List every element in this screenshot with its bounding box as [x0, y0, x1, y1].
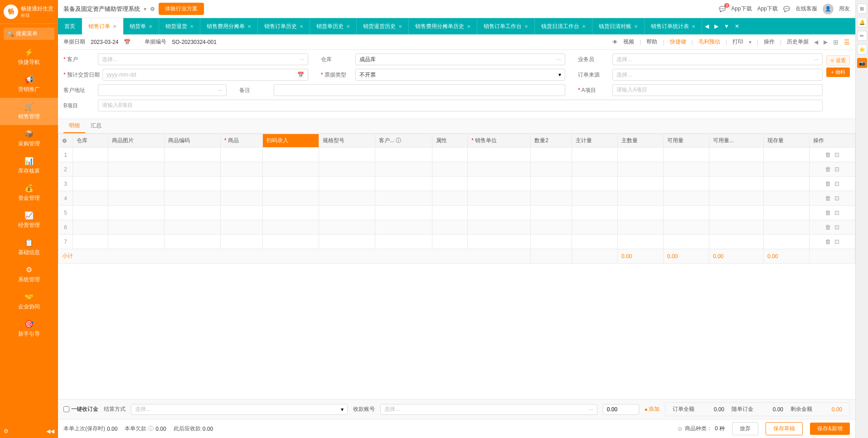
tab-close-icon[interactable]: ✕: [524, 24, 528, 29]
account-dots-icon[interactable]: ···: [589, 406, 593, 413]
tab-return-history[interactable]: 销货退货历史 ✕: [357, 18, 409, 34]
panel-icon-4[interactable]: ⭐: [857, 44, 867, 54]
sidebar-item-marketing[interactable]: 📢 营销推广: [0, 71, 58, 98]
print-arrow-icon[interactable]: ▾: [749, 39, 752, 45]
cell-warehouse[interactable]: [73, 148, 108, 162]
copy-row-button[interactable]: ⊡: [834, 223, 840, 231]
warehouse-input[interactable]: 成品库 ···: [355, 53, 566, 65]
panel-icon-1[interactable]: ⊞: [857, 4, 867, 14]
dropdown-arrow-icon[interactable]: ▾: [144, 6, 146, 12]
tab-nav-menu[interactable]: ▼: [721, 18, 732, 34]
tab-close-icon[interactable]: ✕: [582, 24, 586, 29]
operate-label[interactable]: 操作: [764, 38, 775, 46]
print-label[interactable]: 打印: [732, 38, 743, 46]
cell-spec[interactable]: [319, 148, 375, 162]
view-list-icon[interactable]: ☰: [844, 39, 850, 46]
app-download-label[interactable]: App下载: [757, 5, 778, 13]
invoice-dropdown-icon[interactable]: ▾: [558, 72, 561, 78]
gear-icon[interactable]: ⚙: [4, 428, 9, 434]
cell-scan[interactable]: [263, 148, 319, 162]
tab-close-icon[interactable]: ✕: [113, 24, 116, 29]
col-product[interactable]: 商品: [220, 134, 262, 148]
remark-input[interactable]: [274, 84, 566, 96]
b-project-input[interactable]: 请输入B项目: [98, 100, 823, 111]
sidebar-item-basic-info[interactable]: 📋 基础信息: [0, 234, 58, 261]
cell-code[interactable]: [164, 148, 220, 162]
tab-sales-expense[interactable]: 销售费用分摊单 ✕: [200, 18, 258, 34]
tab-nav-prev[interactable]: ◀: [702, 18, 712, 34]
search-area[interactable]: 🔍 搜索菜单: [0, 24, 58, 43]
panel-icon-3[interactable]: ✏: [857, 31, 867, 41]
delete-row-button[interactable]: 🗑: [824, 179, 832, 188]
save-draft-button[interactable]: 保存草稿: [766, 422, 803, 435]
tab-order-stats[interactable]: 销售订单统计表 ✕: [645, 18, 702, 34]
help-label[interactable]: 帮助: [646, 38, 657, 46]
product-count-icon[interactable]: ⊙: [678, 426, 682, 432]
sidebar-item-shortcut[interactable]: ⚡ 快捷导航: [0, 43, 58, 71]
amount-input[interactable]: [603, 404, 639, 415]
salesperson-input[interactable]: 选择... ···: [612, 53, 823, 65]
copy-row-button[interactable]: ⊡: [834, 208, 840, 217]
auto-settle-check[interactable]: [63, 406, 69, 412]
table-scroll-area[interactable]: ⚙ 仓库 商品图片 商品编码 商品 扫码录入 规格型号 客户... ⓘ 属性 销…: [58, 134, 855, 399]
cell-main-qty[interactable]: [618, 148, 664, 162]
solution-button[interactable]: 体验行业方案: [159, 3, 204, 15]
tab-summary[interactable]: 汇总: [85, 119, 107, 133]
cell-available[interactable]: [663, 148, 709, 162]
view-grid-icon[interactable]: ⊞: [833, 39, 839, 46]
delete-row-button[interactable]: 🗑: [824, 150, 832, 159]
settings-icon[interactable]: ⚙: [150, 6, 155, 12]
history-prev-icon[interactable]: ◀: [814, 39, 818, 45]
addr-more-icon[interactable]: ···: [218, 87, 223, 93]
tab-close-icon[interactable]: ✕: [346, 24, 350, 29]
delete-row-button[interactable]: 🗑: [824, 208, 832, 217]
col-unit[interactable]: 销售单位: [468, 134, 531, 148]
setting-button[interactable]: ⊙ 设置: [826, 55, 850, 66]
tab-sales-order[interactable]: 销售订单 ✕: [82, 18, 123, 34]
tab-order-history[interactable]: 销售订单历史 ✕: [258, 18, 310, 34]
copy-row-button[interactable]: ⊡: [834, 237, 840, 246]
tab-home[interactable]: 首页: [58, 18, 82, 34]
tab-expense-history[interactable]: 销售费用分摊单历史 ✕: [409, 18, 477, 34]
col-code[interactable]: 商品编码: [164, 134, 220, 148]
auto-settle-checkbox[interactable]: 一键收订金: [63, 405, 98, 413]
cell-available2[interactable]: [709, 148, 763, 162]
delete-row-button[interactable]: 🗑: [824, 165, 832, 173]
sidebar-item-management[interactable]: 📈 经营管理: [0, 207, 58, 234]
col-main-unit[interactable]: 主计量: [572, 134, 618, 148]
col-stock[interactable]: 现存量: [763, 134, 809, 148]
panel-icon-2[interactable]: 🔔: [857, 17, 867, 27]
tab-close-icon[interactable]: ✕: [300, 24, 303, 29]
history-label[interactable]: 历史单据: [787, 38, 809, 46]
online-service-label[interactable]: 在线客服: [795, 5, 817, 13]
online-service-link[interactable]: 💬: [783, 6, 790, 12]
tab-daily-clear-workbench[interactable]: 钱货日清工作台 ✕: [535, 18, 592, 34]
collapse-icon[interactable]: ◀◀: [46, 428, 54, 434]
col-available[interactable]: 可用量: [663, 134, 709, 148]
add-btn[interactable]: ● 添加: [645, 405, 659, 413]
customer-addr-input[interactable]: ···: [98, 84, 227, 96]
cell-qty2[interactable]: [531, 148, 572, 162]
tab-close-icon[interactable]: ✕: [247, 24, 251, 29]
cell-main-unit[interactable]: [572, 148, 618, 162]
history-next-icon[interactable]: ▶: [824, 39, 828, 45]
col-scan[interactable]: 扫码录入: [263, 134, 319, 148]
sidebar-item-sales[interactable]: 🛒 销售管理: [0, 98, 58, 125]
customer-more-icon[interactable]: ···: [300, 56, 304, 63]
tab-close-icon[interactable]: ✕: [190, 24, 194, 29]
copy-row-button[interactable]: ⊡: [834, 179, 840, 188]
shortcut-label[interactable]: 快捷键: [670, 38, 686, 46]
warehouse-more-icon[interactable]: ···: [557, 56, 561, 63]
tab-nav-next[interactable]: ▶: [712, 18, 721, 34]
calendar-icon[interactable]: 📅: [124, 39, 131, 45]
settle-method-select[interactable]: 选择... ▾: [131, 404, 348, 415]
tab-close-icon[interactable]: ✕: [634, 24, 638, 29]
save-new-button[interactable]: 保存&新增: [810, 423, 850, 435]
tab-sales-return[interactable]: 销货退货 ✕: [159, 18, 200, 34]
delivery-calendar-icon[interactable]: 📅: [297, 72, 304, 78]
copy-row-button[interactable]: ⊡: [834, 150, 840, 159]
search-menu-button[interactable]: 🔍 搜索菜单: [4, 28, 54, 40]
tab-close-icon[interactable]: ✕: [692, 24, 695, 29]
cell-product[interactable]: [220, 148, 262, 162]
profit-label[interactable]: 毛利预估: [698, 38, 720, 46]
